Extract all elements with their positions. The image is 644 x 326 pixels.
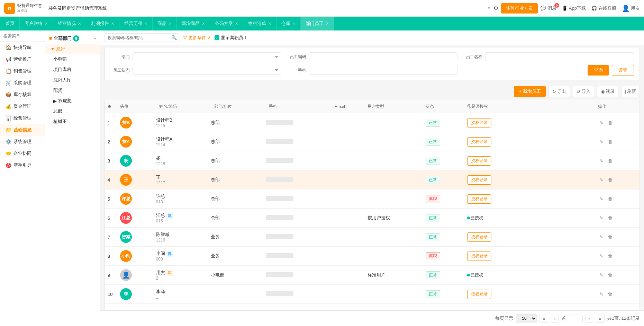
sidebar-item-collab[interactable]: 🤝 企业协同 [0, 148, 45, 159]
delete-button[interactable]: 🗑 [606, 214, 614, 221]
app-download-button[interactable]: 📱 App下载 [562, 5, 586, 11]
system-title-dropdown-icon[interactable]: ▼ [487, 6, 491, 10]
tab-barcode[interactable]: 条码方案✕ [210, 17, 243, 30]
edit-button[interactable]: ✎ [598, 214, 605, 221]
sidebar-item-system[interactable]: ⚙️ 系统管理 [0, 136, 45, 148]
dept-node-smallelec[interactable]: 小电部 [48, 54, 100, 64]
emp-name-input[interactable] [485, 52, 634, 61]
sidebar-item-marketing[interactable]: 📢 营销推广 [0, 53, 45, 65]
dept-node-shuanghu[interactable]: ▶ 双虎想 [48, 96, 100, 106]
dept-node-plant[interactable]: 植树王二 [48, 116, 100, 127]
auth-button[interactable]: 授权登录 [467, 118, 491, 127]
edit-button[interactable]: ✎ [598, 291, 605, 298]
auth-button[interactable]: 授权登录 [467, 194, 491, 204]
close-icon[interactable]: ✕ [268, 21, 271, 26]
delete-button[interactable]: 🗑 [606, 176, 614, 183]
sidebar-item-business[interactable]: 📊 经营管理 [0, 112, 45, 124]
close-icon[interactable]: ✕ [292, 21, 296, 26]
edit-button[interactable]: ✎ [598, 234, 605, 240]
dept-select[interactable] [133, 52, 281, 61]
sidebar-item-guide[interactable]: 🎯 新手引导 [0, 159, 45, 171]
sidebar-item-inventory[interactable]: 📦 库存核算 [0, 89, 45, 100]
edit-button[interactable]: ✎ [598, 157, 605, 164]
edit-button[interactable]: ✎ [598, 176, 605, 183]
edit-button[interactable]: ✎ [598, 195, 605, 202]
last-page-button[interactable]: » [596, 315, 605, 323]
tab-home[interactable]: 首页 [3, 17, 20, 30]
delete-button[interactable]: 🗑 [606, 272, 614, 279]
close-icon[interactable]: ✕ [235, 21, 238, 26]
auth-button[interactable]: 授权登录 [467, 232, 491, 242]
edit-button[interactable]: ✎ [598, 272, 605, 279]
dept-node-dispatch[interactable]: 配货 [48, 85, 100, 96]
message-button[interactable]: 💬 消息 6 [541, 5, 556, 11]
dept-node-project[interactable]: 项目库房 [48, 64, 100, 75]
online-service-button[interactable]: 🎧 在线客服 [591, 5, 616, 11]
per-page-select[interactable]: 50 100 [516, 314, 537, 323]
page-number-input[interactable]: 1 [569, 315, 583, 322]
tab-department[interactable]: 部门员工✕ [301, 17, 334, 30]
auth-button[interactable]: 授权登录 [467, 137, 491, 147]
show-resign-toggle[interactable]: ✓ 显示离职员工 [215, 35, 248, 41]
sidebar-item-quicknav[interactable]: 🏠 快捷导航 [0, 42, 45, 53]
close-icon[interactable]: ✕ [169, 21, 172, 26]
dept-collapse-icon[interactable]: « [94, 36, 97, 41]
settings-button[interactable]: ⚙ [493, 5, 498, 11]
col-name[interactable]: ↕ 姓名/编码 [153, 100, 208, 113]
set-button[interactable]: 设置 [612, 65, 634, 76]
sidebar-item-purchase[interactable]: 🛒 采购管理 [0, 77, 45, 89]
col-settings[interactable]: ⚙ [105, 100, 117, 113]
search-input[interactable] [3, 34, 45, 38]
col-dept[interactable]: ↕ 部门/职位 [208, 100, 263, 113]
close-icon[interactable]: ✕ [144, 21, 147, 26]
tab-operations[interactable]: 经营情况✕ [53, 17, 86, 30]
delete-button[interactable]: 🗑 [606, 119, 614, 126]
more-button[interactable]: | 刷新 [621, 86, 640, 97]
dept-node-shenyang[interactable]: 沈阳大库 [48, 75, 100, 85]
tab-process[interactable]: 经营历程✕ [119, 17, 153, 30]
auth-button[interactable]: 授权登录 [467, 290, 491, 299]
tab-profit[interactable]: 利润报告✕ [86, 17, 119, 30]
close-icon[interactable]: ✕ [326, 21, 329, 26]
close-icon[interactable]: ✕ [202, 21, 205, 26]
emp-code-input[interactable] [309, 52, 458, 61]
export-button[interactable]: ↻ 导出 [548, 86, 570, 97]
first-page-button[interactable]: « [539, 315, 548, 323]
tab-goods[interactable]: 商品✕ [153, 17, 177, 30]
auth-button[interactable]: 授权登录 [467, 156, 491, 166]
trial-button[interactable]: 体验行业方案 [501, 3, 538, 14]
more-conditions-button[interactable]: ▽ 更多条件 ∧ [183, 35, 211, 41]
delete-button[interactable]: 🗑 [606, 195, 614, 202]
search-input[interactable] [108, 35, 170, 40]
user-menu[interactable]: 👤 用友 [622, 5, 640, 12]
edit-button[interactable]: ✎ [598, 253, 605, 259]
dept-node-hq[interactable]: 总部 [48, 106, 100, 116]
sidebar-search[interactable]: 🔍 [0, 30, 45, 42]
close-icon[interactable]: ✕ [78, 21, 81, 26]
close-icon[interactable]: ✕ [111, 21, 114, 26]
auth-button[interactable]: 授权登录 [467, 175, 491, 185]
edit-button[interactable]: ✎ [598, 119, 605, 126]
tab-warehouse[interactable]: 仓库✕ [276, 17, 301, 30]
sidebar-item-finance[interactable]: 💰 资金管理 [0, 100, 45, 112]
tab-new-goods[interactable]: 新增商品✕ [177, 17, 210, 30]
status-select[interactable] [133, 66, 281, 75]
prev-page-button[interactable]: ‹ [551, 315, 559, 323]
delete-button[interactable]: 🗑 [606, 234, 614, 240]
close-icon[interactable]: ✕ [45, 21, 48, 26]
query-button[interactable]: 查询 [588, 65, 609, 76]
delete-button[interactable]: 🗑 [606, 157, 614, 164]
sidebar-item-basicinfo[interactable]: 📁 基础信息 [0, 124, 45, 136]
import-button[interactable]: ↺ 导入 [573, 86, 594, 97]
tab-customer[interactable]: 客户联络✕ [20, 17, 53, 30]
edit-button[interactable]: ✎ [598, 138, 605, 145]
show-resign-checkbox[interactable]: ✓ [215, 35, 219, 40]
auth-button[interactable]: 授权登录 [467, 252, 491, 261]
delete-button[interactable]: 🗑 [606, 291, 614, 298]
delete-button[interactable]: 🗑 [606, 138, 614, 145]
col-phone[interactable]: ↕ 手机 [263, 100, 332, 113]
search-filter[interactable]: 🔍 [105, 33, 180, 42]
delete-button[interactable]: 🗑 [606, 253, 614, 259]
add-employee-button[interactable]: + 新增员工 [514, 86, 545, 97]
tab-bom[interactable]: 物料清单✕ [243, 17, 276, 30]
